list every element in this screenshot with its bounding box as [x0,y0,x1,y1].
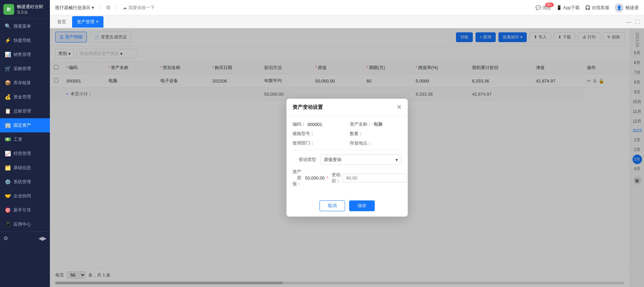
sidebar-item-label: 采购管理 [13,66,31,72]
topbar-divider2: | [116,5,117,10]
company-selector[interactable]: 医疗器械行业演示 ▾ [55,5,94,11]
guide-icon: 🎯 [5,207,11,213]
asset-change-dialog: 资产变动设置 ✕ 编码： 000001 资产名称： 电脑 [286,99,408,217]
sidebar-item-operations[interactable]: 📈 经营管理 [0,147,50,161]
app-version: 普及版 [17,10,43,15]
sidebar-item-label: 基础信息 [13,165,31,171]
sidebar-item-search[interactable]: 🔍 搜索菜单 [0,19,50,33]
sidebar-item-payroll[interactable]: 💵 工资 [0,132,50,147]
dialog-info-row-3: 使用部门： 存放地点： [293,140,402,146]
sales-icon: 📊 [5,52,11,58]
quicknav-icon: ⚡ [5,37,11,43]
sidebar-item-label: 企业协同 [13,193,31,199]
tab-expand-icon[interactable]: ⛶ [634,18,641,26]
sidebar-item-label: 新手引导 [13,207,31,213]
dialog-location-field: 存放地点： [350,140,402,146]
sidebar-item-label: 总账管理 [13,108,31,114]
operations-icon: 📈 [5,151,11,157]
tabbar-actions: — ⛶ [625,18,641,26]
change-type-select[interactable]: 原值变动 ▾ [320,155,402,165]
message-badge: 99+ [545,3,554,7]
message-icon: 💬 [535,5,541,10]
logo-icon: 财 [3,4,14,15]
sidebar-item-label: 经营管理 [13,151,31,157]
dialog-title: 资产变动设置 [293,104,323,110]
required-star: * [327,176,328,181]
sidebar-item-basic[interactable]: 🗂️ 基础信息 [0,161,50,175]
tab-home[interactable]: 首页 [53,16,71,28]
messages-btn[interactable]: 💬 消息 99+ [535,5,551,11]
payroll-icon: 💵 [5,136,11,142]
finance-icon: 💰 [5,94,11,100]
collapse-icon[interactable]: ◀▶ [38,235,47,242]
sidebar-item-label: 快捷导航 [13,37,31,43]
sidebar-item-label: 固定资产 [13,122,31,128]
tab-asset-management[interactable]: 资产管理 ✕ [72,16,103,28]
topbar-divider: | [99,5,100,10]
online-service-btn[interactable]: 🎧 在线客服 [585,5,609,11]
sidebar-item-system[interactable]: ⚙️ 系统管理 [0,175,50,189]
sidebar-footer: ⚙ ◀▶ [0,231,50,245]
download-icon: 📱 [556,5,562,10]
company-name: 医疗器械行业演示 [55,5,90,11]
tab-close-icon[interactable]: ✕ [96,20,99,24]
asset-value-control: 50,000.00 * 变动后： [305,172,407,184]
after-value-input[interactable] [342,173,406,183]
sidebar-item-inventory[interactable]: 📦 库存核算 [0,76,50,90]
cloud-icon: ☁ [123,5,127,10]
dialog-header: 资产变动设置 ✕ [286,99,408,116]
sidebar-item-label: 系统管理 [13,179,31,185]
topbar-right: 💬 消息 99+ 📱 App下载 🎧 在线客服 👤 畅捷通 [535,3,639,12]
dialog-name-field: 资产名称： 电脑 [350,121,402,127]
dialog-dept-field: 使用部门： [293,140,344,146]
sidebar-item-guide[interactable]: 🎯 新手引导 [0,203,50,217]
tab-minimize-icon[interactable]: — [625,18,633,26]
dialog-body: 编码： 000001 资产名称： 电脑 规格型号： [286,116,408,196]
sidebar-item-apps[interactable]: 📱 应用中心 [0,217,50,231]
company-dropdown-icon: ▾ [92,5,94,10]
sidebar-item-sales[interactable]: 📊 销售管理 [0,47,50,62]
topbar: 医疗器械行业演示 ▾ | ⚙ | ☁ 我要体验一下 💬 消息 99+ 📱 App… [50,0,644,15]
fixed-assets-icon: 🏢 [5,122,11,128]
sidebar-item-finance[interactable]: 💰 资金管理 [0,90,50,104]
sidebar-item-label: 资金管理 [13,94,31,100]
sidebar-item-ledger[interactable]: 📋 总账管理 [0,104,50,118]
user-menu[interactable]: 👤 畅捷通 [615,3,639,12]
dialog-close-icon[interactable]: ✕ [397,103,402,111]
sidebar-item-purchase[interactable]: 🛒 采购管理 [0,62,50,76]
sidebar-item-label: 销售管理 [13,52,31,58]
settings-icon[interactable]: ⚙ [3,235,8,242]
basic-icon: 🗂️ [5,165,11,171]
settings-gear-icon[interactable]: ⚙ [106,4,111,11]
main-area: 医疗器械行业演示 ▾ | ⚙ | ☁ 我要体验一下 💬 消息 99+ 📱 App… [50,0,644,287]
avatar: 👤 [615,3,623,12]
dialog-quantity-field: 数量： [350,131,402,137]
app-name: 畅捷通好业财 [17,4,43,10]
sidebar-item-label: 搜索菜单 [13,23,31,29]
sidebar-item-label: 应用中心 [13,221,31,227]
dialog-change-type-row: 变动类型 原值变动 ▾ [293,155,402,165]
dialog-spec-field: 规格型号： [293,131,344,137]
save-button[interactable]: 保存 [349,200,375,211]
sidebar-item-enterprise[interactable]: 🤝 企业协同 [0,189,50,203]
app-download-btn[interactable]: 📱 App下载 [556,5,580,11]
dialog-overlay: 资产变动设置 ✕ 编码： 000001 资产名称： 电脑 [50,28,644,287]
sidebar-item-quicknav[interactable]: ⚡ 快捷导航 [0,33,50,47]
purchase-icon: 🛒 [5,66,11,72]
change-type-control: 原值变动 ▾ [320,155,402,165]
apps-icon: 📱 [5,221,11,227]
change-type-dropdown-icon: ▾ [396,157,398,162]
search-icon: 🔍 [5,23,11,29]
system-icon: ⚙️ [5,179,11,185]
content-area: ☰ 资产明细 📄 变更生成凭证 对账 + 新增 批量操作 ▾ [50,28,644,287]
sidebar-item-fixed-assets[interactable]: 🏢 固定资产 [0,118,50,132]
dialog-code-field: 编码： 000001 [293,121,344,127]
dialog-divider [293,150,402,151]
cancel-button[interactable]: 取消 [319,200,345,211]
sidebar-item-label: 工资 [13,136,22,142]
enterprise-icon: 🤝 [5,193,11,199]
dialog-info-row-2: 规格型号： 数量： [293,131,402,137]
inventory-icon: 📦 [5,80,11,86]
dialog-footer: 取消 保存 [286,196,408,217]
experience-btn[interactable]: ☁ 我要体验一下 [123,5,155,11]
